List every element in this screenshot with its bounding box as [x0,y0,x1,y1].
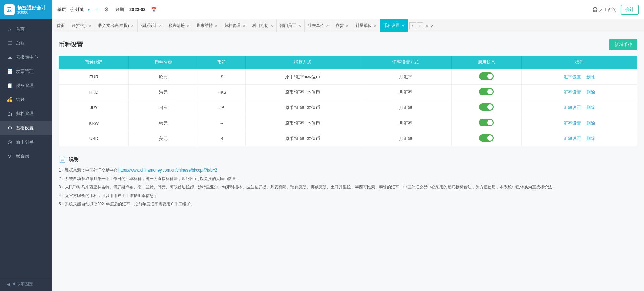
cell-rate-type: 月汇率 [360,115,451,131]
tab-tax[interactable]: 税表清册 ✕ [165,19,193,32]
sidebar-item-checkout[interactable]: 💰 结账 [0,93,52,107]
dropdown-icon[interactable]: ▾ [88,7,90,12]
tab-subjects-close[interactable]: ✕ [270,24,273,28]
cell-toggle[interactable] [452,115,522,131]
tab-yearend-close[interactable]: ✕ [215,24,217,28]
tabs-next-btn[interactable]: › [417,22,423,29]
tab-tax-label: 税表清册 [169,23,185,29]
delete-link[interactable]: 删除 [586,120,595,126]
sidebar-item-guide[interactable]: ◎ 新手引导 [0,135,52,149]
sidebar-label-checkout: 结账 [16,97,25,103]
notes-item: 3）人民币对马来西亚林吉特、俄罗斯卢布、南非兰特、韩元、阿联酋迪拉姆、沙特里亚尔… [59,184,637,190]
cell-symbol: € [198,69,246,85]
add-tab-btn[interactable]: ＋ [94,6,100,14]
tab-contacts-close[interactable]: ✕ [326,24,329,28]
rate-setting-link[interactable]: 汇率设置 [564,90,581,95]
sidebar-item-archive[interactable]: 🗂 归档管理 [0,107,52,121]
tabs-prev-btn[interactable]: ‹ [409,22,416,29]
enable-toggle[interactable] [479,134,494,142]
content-area: 币种设置 新增币种 币种代码 币种名称 币符 折算方式 汇率设置方式 启用状态 … [52,32,644,291]
sidebar-item-invoice[interactable]: 🧾 发票管理 [0,64,52,79]
col-status: 启用状态 [452,56,522,69]
member-icon: V [7,153,13,159]
tab-period-close[interactable]: ✕ [89,24,91,28]
tax-icon: 📋 [7,83,13,89]
cell-code: EUR [59,69,129,85]
tab-archive-close[interactable]: ✕ [243,24,245,28]
tab-units-close[interactable]: ✕ [374,24,376,28]
sidebar-item-reports[interactable]: ☁ 云报表中心 [0,50,52,64]
tab-currency[interactable]: 币种设置 ✕ [380,19,408,32]
tab-archive[interactable]: 归档管理 ✕ [221,19,249,32]
sidebar-item-settings[interactable]: ⚙ 基础设置 [0,121,52,135]
tab-income-label: 收入支出表(年报) [98,23,129,29]
tab-template[interactable]: 模版设计 ✕ [138,19,165,32]
rate-setting-link[interactable]: 汇率设置 [564,105,581,110]
enable-toggle[interactable] [479,103,494,111]
rate-setting-link[interactable]: 汇率设置 [564,74,581,79]
enable-toggle[interactable] [479,88,494,95]
toggle-knob [487,89,493,94]
col-symbol: 币符 [198,56,246,69]
cell-actions: 汇率设置 删除 [521,69,637,85]
calendar-icon[interactable]: 📅 [151,7,157,12]
sidebar-item-ledger[interactable]: ☰ 总账 [0,36,52,50]
enable-toggle[interactable] [479,72,494,80]
delete-link[interactable]: 删除 [586,74,595,79]
tab-units[interactable]: 计量单位 ✕ [352,19,380,32]
sidebar-pin-toggle[interactable]: ◀ ◀ 取消固定 [0,277,52,291]
logo-icon: 云 [4,4,15,15]
new-currency-btn[interactable]: 新增币种 [609,39,637,50]
tab-currency-close[interactable]: ✕ [401,24,404,28]
enable-toggle[interactable] [479,119,494,126]
close-all-tabs-btn[interactable]: ✕ [425,23,429,29]
config-icon[interactable]: ⚙ [104,6,109,13]
tab-tax-close[interactable]: ✕ [187,24,190,28]
home-icon: ⌂ [7,27,13,32]
pin-icon: ◀ [7,282,10,287]
tab-home[interactable]: 首页 [53,19,68,32]
sidebar-item-home[interactable]: ⌂ 首页 [0,22,52,36]
ledger-icon: ☰ [7,40,13,46]
cell-calc: 原币*汇率=本位币 [246,85,360,100]
tab-period[interactable]: 账(中期) ✕ [68,19,95,32]
sidebar-item-member[interactable]: V 畅会员 [0,149,52,163]
tab-dept-label: 部门员工 [280,23,296,29]
main-area: 基层工会测试 ▾ ＋ ⚙ 账期 2023-03 📅 🎧 人工咨询 会计 首页 账… [52,0,644,291]
cell-actions: 汇率设置 删除 [521,131,637,146]
tab-dept-close[interactable]: ✕ [298,24,301,28]
tab-inventory-close[interactable]: ✕ [346,24,348,28]
cell-code: JPY [59,100,129,115]
cell-name: 美元 [128,131,198,146]
support-btn[interactable]: 🎧 人工咨询 [592,7,616,13]
delete-link[interactable]: 删除 [586,136,595,141]
tab-dept[interactable]: 部门员工 ✕ [277,19,305,32]
col-code: 币种代码 [59,56,129,69]
toggle-knob [487,135,493,141]
cell-symbol: J¥ [198,100,246,115]
rate-setting-link[interactable]: 汇率设置 [564,120,581,126]
tab-income[interactable]: 收入支出表(年报) ✕ [95,19,138,32]
notes-link[interactable]: https://www.chinamoney.com.cn/chinese/bk… [118,168,217,173]
expand-tabs-btn[interactable]: ⤢ [430,23,434,29]
rate-setting-link[interactable]: 汇率设置 [564,136,581,141]
page-title: 币种设置 [59,41,83,49]
cell-toggle[interactable] [452,85,522,100]
tab-income-close[interactable]: ✕ [131,24,134,28]
sidebar-label-ledger: 总账 [16,40,25,46]
checkout-icon: 💰 [7,97,13,103]
cell-toggle[interactable] [452,69,522,85]
tab-template-close[interactable]: ✕ [159,24,162,28]
tab-yearend[interactable]: 期末结转 ✕ [193,19,221,32]
tab-contacts[interactable]: 往来单位 ✕ [305,19,332,32]
tab-inventory[interactable]: 存货 ✕ [332,19,352,32]
sidebar-label-guide: 新手引导 [16,139,34,145]
cell-rate-type: 月汇率 [360,131,451,146]
cell-toggle[interactable] [452,100,522,115]
tab-subjects[interactable]: 科目期初 ✕ [249,19,277,32]
sidebar-item-tax[interactable]: 📋 税务管理 [0,79,52,93]
accounting-btn[interactable]: 会计 [621,5,639,15]
cell-toggle[interactable] [452,131,522,146]
delete-link[interactable]: 删除 [586,105,595,110]
delete-link[interactable]: 删除 [586,90,595,95]
